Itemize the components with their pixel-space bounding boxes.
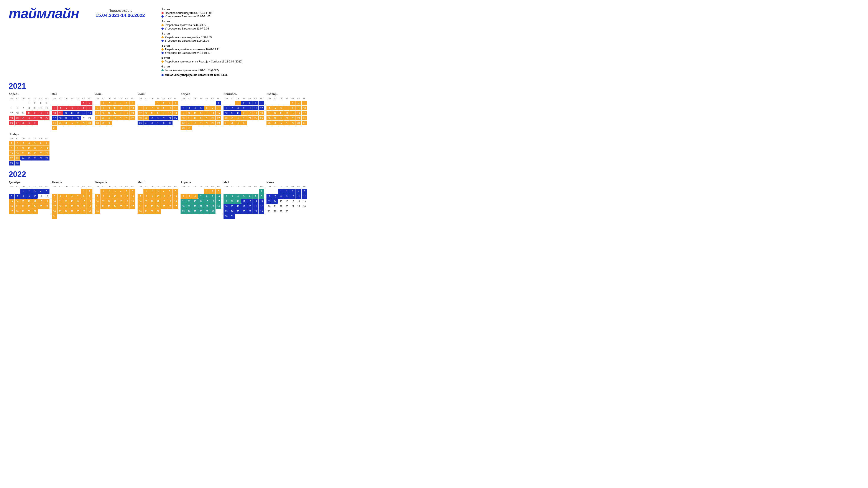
cal-header-day: ПН [9, 97, 14, 100]
cal-cell: 27 [173, 204, 178, 209]
cal-cell: 13 [38, 146, 43, 151]
cal-header-day: ПН [95, 97, 100, 100]
cal-cell: 26 [302, 204, 307, 209]
cal-title: Апрель [181, 181, 221, 184]
cal-cell: 23 [296, 116, 302, 120]
cal-cell: 20 [14, 116, 20, 120]
cal-cell: 11 [296, 194, 302, 199]
cal-header-day: СР [149, 185, 155, 189]
cal-grid: ПНВТСРЧТПТСБВС12345678910111213141516171… [223, 185, 264, 219]
cal-cell: 25 [58, 121, 63, 125]
cal-cell: 13 [9, 199, 14, 204]
cal-cell-empty [247, 189, 253, 194]
cal-header-day: ВТ [186, 185, 192, 189]
cal-cell: 7 [253, 194, 258, 199]
cal-cell: 13 [130, 106, 135, 110]
cal-title: Ноябрь [9, 132, 50, 136]
cal-header-day: ПН [95, 185, 100, 189]
cal-cell: 14 [95, 110, 100, 116]
cal-header-day: СР [278, 97, 284, 100]
cal-cell-empty [75, 189, 81, 194]
cal-cell: 13 [192, 199, 198, 204]
cal-cell: 15 [100, 199, 106, 204]
cal-cell: 11 [161, 194, 167, 199]
year-2022: 2022 [9, 170, 317, 179]
cal-cell: 20 [9, 204, 14, 209]
cal-cell-empty [253, 189, 258, 194]
cal-cell: 12 [44, 194, 50, 199]
cal-cell: 3 [155, 189, 161, 194]
cal-cell: 9 [87, 194, 92, 199]
cal-cell: 2 [149, 189, 155, 194]
cal-cell: 24 [216, 204, 221, 209]
cal-header-day: ПТ [32, 97, 38, 100]
cal-cell: 3 [112, 101, 118, 105]
cal-cell: 2 [32, 101, 38, 105]
cal-cell: 26 [241, 209, 247, 214]
cal-header-day: ВС [44, 97, 50, 100]
cal-cell: 4 [181, 194, 186, 199]
cal-cell: 18 [44, 110, 50, 116]
cal-cell: 12 [32, 146, 38, 151]
cal-cell: 15 [9, 151, 14, 156]
cal-cell: 29 [100, 121, 106, 125]
cal-header-day: ВС [130, 185, 135, 189]
cal-cell: 4 [235, 194, 241, 199]
cal-cell: 29 [81, 209, 87, 214]
dot-blue-1 [161, 15, 164, 18]
cal-cell: 6 [38, 141, 43, 145]
cal-cell: 11 [58, 199, 63, 204]
cal-cell: 10 [155, 194, 161, 199]
cal-header-day: ЧТ [198, 97, 204, 100]
cal-header-day: СР [106, 97, 112, 100]
cal-cell: 8 [216, 106, 221, 110]
cal-header-day: ЧТ [241, 185, 247, 189]
cal-cell: 16 [87, 110, 92, 116]
dot-blue-3 [161, 40, 164, 42]
cal-cell: 28 [44, 156, 50, 161]
cal-cell-empty [229, 101, 235, 105]
cal-cell: 9 [161, 106, 167, 110]
legend-section-5: 5 этап Разработка приложения на React.js… [161, 56, 317, 63]
cal-cell: 7 [137, 194, 143, 199]
cal-header-day: ЧТ [26, 137, 32, 140]
cal-cell: 2 [106, 101, 112, 105]
cal-cell: 18 [58, 116, 63, 120]
cal-header-day: ЧТ [112, 185, 118, 189]
cal-cell-empty [229, 189, 235, 194]
cal-cell: 30 [296, 121, 302, 125]
cal-cell: 20 [204, 116, 210, 120]
cal-cell: 27 [204, 121, 210, 125]
section-2021: 2021 АпрельПНВТСРЧТПТСБВС123456789101112… [9, 80, 317, 169]
cal-cell: 30 [87, 209, 92, 214]
calendar-апрель: АпрельПНВТСРЧТПТСБВС12345678910111213141… [181, 181, 221, 219]
cal-cell: 31 [167, 121, 173, 125]
cal-cell: 9 [296, 106, 302, 110]
cal-cell: 13 [144, 110, 149, 116]
cal-cell: 28 [95, 121, 100, 125]
cal-cell: 9 [106, 106, 112, 110]
cal-header-day: ЧТ [26, 97, 32, 100]
cal-cell: 19 [167, 199, 173, 204]
cal-cell-empty [267, 189, 272, 194]
cal-cell: 26 [32, 156, 38, 161]
cal-cell: 29 [290, 121, 296, 125]
cal-cell: 22 [216, 116, 221, 120]
cal-cell: 22 [81, 116, 87, 120]
cal-cell: 20 [267, 204, 272, 209]
cal-cell: 21 [14, 204, 20, 209]
legend-item-3-2: Утверждение Заказчиком 2.09-15.09 [161, 39, 317, 42]
cal-cell: 9 [14, 146, 20, 151]
cal-cell: 7 [272, 194, 278, 199]
cal-cell: 14 [137, 199, 143, 204]
cal-cell: 4 [296, 189, 302, 194]
cal-cell-empty [284, 101, 290, 105]
cal-cell-empty [63, 101, 69, 105]
cal-cell: 13 [204, 110, 210, 116]
cal-header-day: ПН [181, 185, 186, 189]
cal-header-day: ПН [137, 97, 143, 100]
cal-grid: ПНВТСРЧТПТСБВС12345678910111213141516171… [9, 137, 50, 165]
cal-header-day: ПН [223, 185, 229, 189]
cal-cell: 19 [241, 204, 247, 209]
cal-cell: 29 [144, 209, 149, 214]
